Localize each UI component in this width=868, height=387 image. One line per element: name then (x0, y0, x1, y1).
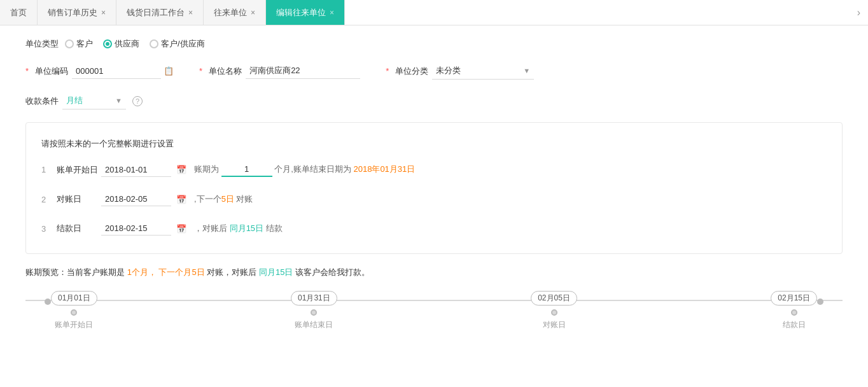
tab-cash-work[interactable]: 钱货日清工作台 × (116, 0, 204, 25)
preview-period: 1个月， (127, 267, 157, 277)
collect-row: 收款条件 月结 ▼ ? (25, 92, 843, 109)
timeline-item-3: 02月05日 对账日 (531, 291, 577, 330)
unit-type-row: 单位类型 客户 供应商 客户/供应商 (25, 38, 843, 50)
unit-type-radio-group: 客户 供应商 客户/供应商 (65, 38, 205, 50)
collect-value: 月结 (66, 95, 83, 106)
row-num-1: 1 (41, 165, 57, 174)
row-desc-3: ，对账后 同月15日 结款 (194, 223, 283, 234)
timeline-label-3: 对账日 (543, 320, 566, 330)
tab-cash-work-label: 钱货日清工作台 (127, 7, 185, 18)
timeline-end-dot (817, 299, 823, 305)
preview-label: 账期预览：当前客户账期是 (25, 267, 125, 277)
payment-day-highlight: 同月15日 (230, 223, 263, 233)
radio-customer-supplier-label: 客户/供应商 (161, 38, 205, 50)
reconcile-day-highlight: 5日 (221, 194, 234, 204)
row-field-label-3: 结款日 (57, 223, 101, 234)
row-num-2: 2 (41, 195, 57, 204)
unit-category-label: 单位分类 (395, 66, 428, 77)
collect-chevron: ▼ (115, 97, 122, 104)
tab-sales-history-close[interactable]: × (101, 8, 106, 17)
timeline-dot-1 (71, 309, 77, 316)
tab-sales-history-label: 销售订单历史 (48, 7, 97, 18)
timeline-row: 01月01日 账单开始日 01月31日 账单结束日 02月05日 对账日 (51, 291, 817, 330)
timeline-item-2: 01月31日 账单结束日 (291, 291, 337, 330)
timeline-badge-3: 02月05日 (531, 291, 577, 306)
row-field-label-1: 账单开始日 (57, 164, 101, 176)
unit-code-icon[interactable]: 📋 (164, 66, 174, 76)
row-desc-1: 账期为 个月,账单结束日期为 2018年01月31日 (194, 162, 415, 177)
unit-code-star: * (25, 66, 29, 76)
preview-reconcile: 下一个月5日 (158, 267, 204, 277)
collect-select[interactable]: 月结 ▼ (62, 92, 126, 109)
section-box: 请按照未来的一个完整帐期进行设置 1 账单开始日 📅 账期为 个月,账单结束日期… (25, 122, 843, 254)
unit-code-group: * 单位编码 📋 (25, 64, 174, 79)
calendar-icon-3[interactable]: 📅 (176, 224, 186, 234)
preview-section: 账期预览：当前客户账期是 1个月， 下一个月5日 对账，对账后 同月15日 该客… (25, 267, 843, 330)
timeline-item-4: 02月15日 结款日 (771, 291, 817, 330)
tab-sales-history[interactable]: 销售订单历史 × (38, 0, 116, 25)
tab-cash-work-close[interactable]: × (188, 8, 193, 17)
preview-text: 账期预览：当前客户账期是 1个月， 下一个月5日 对账，对账后 同月15日 该客… (25, 267, 843, 278)
date-input-2[interactable] (101, 192, 171, 206)
timeline-label-4: 结款日 (783, 320, 806, 330)
timeline-item-1: 01月01日 账单开始日 (51, 291, 97, 330)
tab-edit-partner-label: 编辑往来单位 (276, 7, 326, 18)
preview-end: 该客户会给我打款。 (295, 267, 370, 277)
timeline-badge-2: 01月31日 (291, 291, 337, 306)
main-content: 单位类型 客户 供应商 客户/供应商 * 单位编码 📋 (0, 25, 868, 387)
collect-label: 收款条件 (25, 95, 59, 107)
tabs-bar: 首页 销售订单历史 × 钱货日清工作台 × 往来单位 × 编辑往来单位 × › (0, 0, 868, 25)
period-input[interactable] (221, 162, 272, 177)
setting-row-2: 2 对账日 📅 ,下一个5日 对账 (41, 192, 827, 206)
tab-partner-unit-label: 往来单位 (214, 7, 247, 18)
tab-edit-partner-close[interactable]: × (330, 8, 334, 17)
unit-code-input-wrap: 📋 (72, 64, 174, 79)
collect-help-icon[interactable]: ? (132, 96, 143, 106)
tab-home[interactable]: 首页 (0, 0, 38, 25)
tab-partner-unit[interactable]: 往来单位 × (204, 0, 266, 25)
unit-name-group: * 单位名称 (199, 64, 360, 79)
setting-row-1: 1 账单开始日 📅 账期为 个月,账单结束日期为 2018年01月31日 (41, 162, 827, 177)
timeline-label-1: 账单开始日 (55, 320, 93, 330)
unit-category-star: * (386, 66, 389, 76)
date-input-1[interactable] (101, 163, 171, 177)
calendar-icon-1[interactable]: 📅 (176, 165, 186, 174)
setting-row-3: 3 结款日 📅 ，对账后 同月15日 结款 (41, 222, 827, 236)
radio-customer[interactable]: 客户 (65, 38, 93, 50)
timeline-dot-2 (311, 309, 317, 316)
timeline-dot-4 (791, 309, 797, 316)
date-input-3[interactable] (101, 222, 171, 236)
unit-name-input[interactable] (246, 64, 360, 79)
date-input-wrap-1: 📅 (101, 163, 186, 177)
radio-supplier[interactable]: 供应商 (103, 38, 139, 50)
tab-edit-partner[interactable]: 编辑往来单位 × (266, 0, 345, 25)
unit-name-star: * (199, 66, 202, 76)
unit-category-select[interactable]: 未分类 ▼ (432, 62, 534, 80)
radio-customer-supplier[interactable]: 客户/供应商 (150, 38, 205, 50)
section-title: 请按照未来的一个完整帐期进行设置 (41, 138, 827, 150)
timeline-label-2: 账单结束日 (295, 320, 333, 330)
tab-home-label: 首页 (10, 7, 27, 18)
unit-type-label: 单位类型 (25, 38, 59, 50)
tab-more-button[interactable]: › (850, 0, 868, 25)
row-field-label-2: 对账日 (57, 194, 101, 205)
timeline-container: 01月01日 账单开始日 01月31日 账单结束日 02月05日 对账日 (25, 291, 843, 330)
unit-code-label: 单位编码 (35, 66, 68, 77)
row-desc-2: ,下一个5日 对账 (194, 194, 253, 205)
unit-category-group: * 单位分类 未分类 ▼ (386, 62, 534, 80)
radio-supplier-label: 供应商 (115, 38, 139, 50)
preview-payment: 同月15日 (259, 267, 293, 277)
radio-supplier-circle (103, 39, 112, 48)
timeline-badge-4: 02月15日 (771, 291, 817, 306)
date-input-wrap-3: 📅 (101, 222, 186, 236)
timeline-badge-1: 01月01日 (51, 291, 97, 306)
calendar-icon-2[interactable]: 📅 (176, 195, 186, 204)
unit-code-input[interactable] (72, 64, 161, 79)
radio-customer-label: 客户 (76, 38, 93, 50)
radio-customer-supplier-circle (150, 39, 158, 48)
timeline-start-dot (45, 299, 51, 305)
end-date-highlight: 2018年01月31日 (353, 164, 415, 174)
unit-info-row: * 单位编码 📋 * 单位名称 * 单位分类 未分类 ▼ (25, 62, 843, 80)
unit-category-value: 未分类 (436, 65, 461, 76)
tab-partner-unit-close[interactable]: × (251, 8, 255, 17)
